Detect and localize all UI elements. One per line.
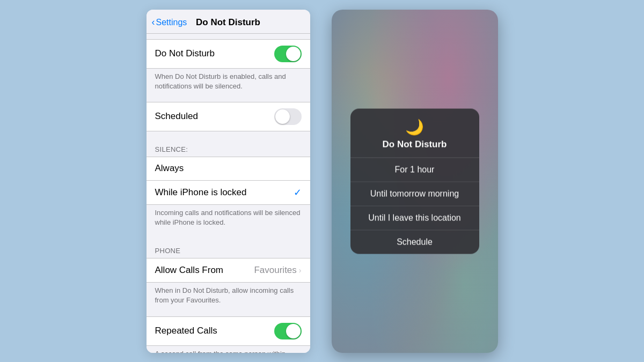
dnd-label: Do Not Disturb (155, 48, 215, 59)
settings-header: ‹ Settings Do Not Disturb (147, 10, 310, 34)
silence-group: Always While iPhone is locked ✓ (147, 157, 310, 205)
always-row[interactable]: Always (147, 157, 310, 181)
repeated-calls-toggle[interactable] (274, 323, 302, 339)
while-locked-label: While iPhone is locked (155, 187, 247, 198)
checkmark-icon: ✓ (294, 187, 302, 198)
dnd-popup: 🌙 Do Not Disturb For 1 hour Until tomorr… (350, 108, 479, 254)
repeated-calls-sublabel: A second call from the same person withi… (147, 346, 310, 353)
back-label[interactable]: Settings (156, 18, 187, 27)
allow-calls-value: Favourites › (254, 265, 301, 276)
toggle-knob (286, 47, 301, 61)
scheduled-row: Scheduled (147, 102, 310, 131)
settings-content: Do Not Disturb When Do Not Disturb is en… (147, 34, 310, 353)
scheduled-group: Scheduled (147, 102, 310, 131)
while-locked-row[interactable]: While iPhone is locked ✓ (147, 181, 310, 204)
spacer-3 (147, 233, 310, 238)
while-locked-sublabel: Incoming calls and notifications will be… (147, 205, 310, 233)
page-title: Do Not Disturb (196, 17, 260, 28)
main-container: ‹ Settings Do Not Disturb Do Not Disturb… (0, 0, 644, 362)
spacer-4 (147, 311, 310, 316)
dnd-sublabel: When Do Not Disturb is enabled, calls an… (147, 69, 310, 97)
allow-calls-value-text: Favourites (254, 265, 296, 276)
dnd-toggle[interactable] (274, 46, 302, 62)
settings-back-button[interactable]: ‹ Settings (152, 17, 187, 28)
dnd-row: Do Not Disturb (147, 40, 310, 68)
dnd-option-for-1-hour[interactable]: For 1 hour (350, 158, 479, 182)
scheduled-label: Scheduled (155, 111, 198, 122)
scheduled-toggle[interactable] (274, 108, 302, 125)
allow-calls-row[interactable]: Allow Calls From Favourites › (147, 258, 310, 282)
always-label: Always (155, 163, 184, 174)
moon-icon: 🌙 (405, 118, 424, 136)
spacer-1 (147, 97, 310, 102)
dnd-popup-title: Do Not Disturb (383, 139, 447, 150)
silence-header: SILENCE: (147, 137, 310, 157)
repeated-calls-group: Repeated Calls (147, 316, 310, 346)
repeated-calls-label: Repeated Calls (155, 326, 217, 336)
dnd-option-leave-location[interactable]: Until I leave this location (350, 206, 479, 230)
dnd-popup-header: 🌙 Do Not Disturb (350, 108, 479, 158)
top-spacer (147, 34, 310, 39)
dnd-group: Do Not Disturb (147, 39, 310, 69)
notification-panel: 🌙 Do Not Disturb For 1 hour Until tomorr… (332, 10, 498, 353)
scheduled-toggle-knob (275, 109, 290, 124)
phone-header: PHONE (147, 238, 310, 258)
spacer-2 (147, 131, 310, 137)
allow-calls-label: Allow Calls From (155, 265, 224, 276)
settings-panel: ‹ Settings Do Not Disturb Do Not Disturb… (147, 10, 310, 353)
allow-calls-sublabel: When in Do Not Disturb, allow incoming c… (147, 283, 310, 311)
dnd-option-schedule[interactable]: Schedule (350, 230, 479, 254)
dnd-option-until-tomorrow[interactable]: Until tomorrow morning (350, 182, 479, 206)
repeated-calls-row: Repeated Calls (147, 317, 310, 345)
allow-calls-chevron-icon: › (299, 266, 302, 275)
repeated-calls-toggle-knob (286, 324, 301, 338)
back-chevron-icon: ‹ (152, 17, 155, 28)
phone-group: Allow Calls From Favourites › (147, 258, 310, 283)
